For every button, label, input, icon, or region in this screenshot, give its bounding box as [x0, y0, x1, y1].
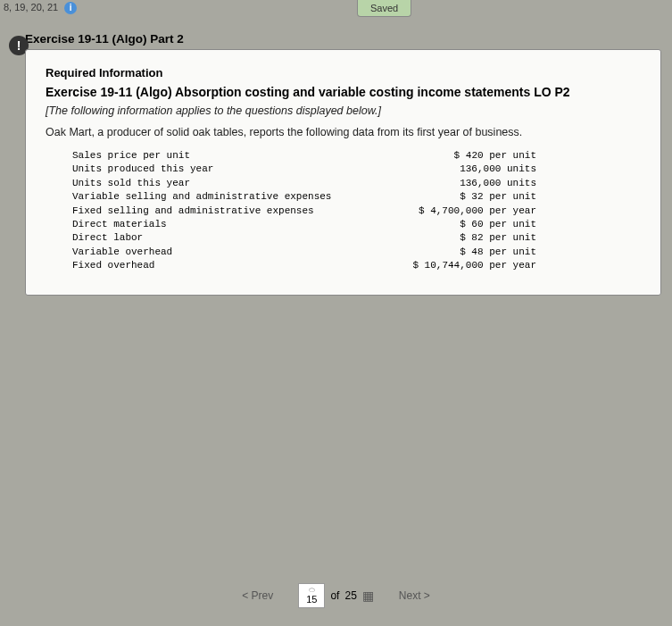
data-label: Direct materials [72, 218, 358, 231]
question-panel: Required Information Exercise 19-11 (Alg… [25, 49, 661, 296]
data-value: $ 82 per unit [358, 231, 536, 245]
part-title: Exercise 19-11 (Algo) Part 2 [25, 32, 672, 46]
data-label: Units produced this year [72, 163, 358, 176]
data-label: Sales price per unit [72, 149, 358, 163]
data-row: Fixed overhead $ 10,744,000 per year [72, 259, 641, 272]
chevron-left-icon: < [242, 589, 248, 602]
data-value: $ 420 per unit [358, 149, 536, 163]
nav-bar: < Prev ⬭ 15 of 25 ▦ Next > [0, 583, 672, 608]
data-row: Fixed selling and administrative expense… [72, 204, 641, 218]
data-value: $ 32 per unit [358, 190, 536, 204]
data-row: Units produced this year 136,000 units [72, 163, 641, 176]
data-label: Units sold this year [72, 177, 358, 190]
chevron-right-icon: > [424, 589, 430, 602]
data-value: $ 4,700,000 per year [358, 204, 536, 218]
required-heading: Required Information [46, 66, 641, 79]
data-value: 136,000 units [358, 177, 536, 190]
data-value: $ 60 per unit [358, 218, 536, 231]
data-row: Units sold this year 136,000 units [72, 177, 641, 190]
prev-button[interactable]: < Prev [235, 586, 280, 605]
info-icon[interactable]: i [64, 2, 77, 14]
data-value: $ 10,744,000 per year [358, 259, 536, 272]
data-row: Sales price per unit $ 420 per unit [72, 149, 641, 163]
page-current-box[interactable]: ⬭ 15 [298, 583, 325, 608]
exercise-title: Exercise 19-11 (Algo) Absorption costing… [46, 85, 641, 99]
applies-text: [The following information applies to th… [46, 104, 641, 117]
data-table: Sales price per unit $ 420 per unit Unit… [72, 149, 641, 273]
data-label: Fixed overhead [72, 259, 358, 272]
data-row: Variable overhead $ 48 per unit [72, 246, 641, 259]
data-row: Direct labor $ 82 per unit [72, 231, 641, 245]
next-label: Next [399, 589, 421, 602]
data-label: Fixed selling and administrative expense… [72, 204, 358, 218]
data-row: Variable selling and administrative expe… [72, 190, 641, 204]
prev-label: Prev [252, 589, 274, 602]
intro-text: Oak Mart, a producer of solid oak tables… [46, 126, 641, 138]
breadcrumb-text: 8, 19, 20, 21 [4, 2, 58, 13]
next-button[interactable]: Next > [392, 586, 437, 605]
grid-icon[interactable]: ▦ [362, 588, 374, 603]
nav-center: ⬭ 15 of 25 ▦ [298, 583, 374, 608]
page-current: 15 [306, 594, 317, 605]
data-value: 136,000 units [358, 163, 536, 176]
page-total: 25 [344, 589, 356, 602]
data-value: $ 48 per unit [358, 246, 536, 259]
saved-status-tab: Saved [357, 0, 411, 17]
data-label: Variable selling and administrative expe… [72, 190, 358, 204]
link-icon: ⬭ [306, 587, 317, 594]
breadcrumb: 8, 19, 20, 21 i [0, 0, 80, 16]
of-label: of [330, 589, 339, 602]
data-label: Direct labor [72, 231, 358, 245]
data-label: Variable overhead [72, 246, 358, 259]
data-row: Direct materials $ 60 per unit [72, 218, 641, 231]
